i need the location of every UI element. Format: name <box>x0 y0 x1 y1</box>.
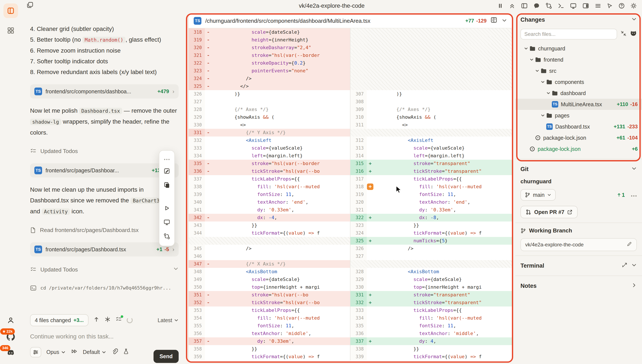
flask-icon[interactable] <box>123 348 129 356</box>
code-text: <AxisBottom <box>374 268 512 276</box>
layers-icon[interactable] <box>27 2 34 10</box>
tree-item-dashboard[interactable]: dashboard <box>515 88 642 99</box>
message-input[interactable] <box>30 333 179 340</box>
composer-controls: Opus Default Send <box>30 346 179 359</box>
inline-code: Math.random() <box>83 37 125 43</box>
pause-icon[interactable] <box>497 3 503 9</box>
diff-left-line: 325- </> <box>189 82 350 90</box>
board-view-button[interactable] <box>4 23 18 38</box>
diff-marker <box>367 206 374 214</box>
edit-pencil-icon[interactable] <box>626 241 632 248</box>
tree-item-pages[interactable]: pages <box>515 110 642 121</box>
file-diff-chip[interactable]: TS frontend/src/pages/Dashboard.tsx +1-5… <box>30 242 179 256</box>
updated-todos-row[interactable]: Updated Todos <box>30 146 179 156</box>
todo-list-icon[interactable] <box>116 316 122 324</box>
tree-item-frontend[interactable]: frontend <box>515 54 642 65</box>
more-options-icon[interactable] <box>631 192 637 198</box>
mascot-icon[interactable] <box>630 30 637 38</box>
git-section-header[interactable]: Git <box>520 164 637 175</box>
chevron-down-icon[interactable] <box>502 17 507 25</box>
tree-item-src[interactable]: src <box>515 65 642 76</box>
tree-item-Dashboard.tsx[interactable]: TSDashboard.tsx+131-233 <box>515 121 642 132</box>
tool-label: Updated Todos <box>40 146 78 156</box>
chat-bubble-icon[interactable] <box>533 2 540 9</box>
tree-item-package-lock.json[interactable]: package-lock.json+61-104 <box>515 132 642 143</box>
search-input[interactable] <box>520 29 617 40</box>
file-diff-chip[interactable]: TS frontend/src/components/dashboa... +4… <box>30 84 179 98</box>
diff-left-line: 352- tickStroke="hsl(var(--bo <box>189 299 350 306</box>
monitor-icon[interactable] <box>570 2 577 9</box>
diff-marker: - <box>205 67 212 75</box>
terminal-section-header[interactable]: Terminal <box>520 260 637 271</box>
settings-sliders-button[interactable] <box>30 347 41 357</box>
code-text: strokeDasharray="2,4" <box>212 44 350 52</box>
add-comment-button[interactable]: + <box>367 184 373 190</box>
menu-icon[interactable] <box>595 2 601 9</box>
attachment-icon[interactable] <box>112 348 118 356</box>
play-icon[interactable] <box>164 205 170 213</box>
code-text: dx: -4, <box>212 214 350 222</box>
diff-marker <box>367 222 374 229</box>
deletions-count: -233 <box>627 124 638 130</box>
mode-dropdown[interactable]: Default <box>83 349 106 355</box>
sparkle-icon[interactable] <box>104 316 111 324</box>
chevron-down-icon[interactable] <box>173 264 179 275</box>
account-button[interactable] <box>7 317 15 326</box>
collapse-tree-icon[interactable] <box>620 30 626 38</box>
line-number: 314 <box>350 152 367 160</box>
diff-view-mode-icon[interactable] <box>490 16 497 25</box>
git-compare-icon[interactable] <box>545 2 552 9</box>
terminal-command-row[interactable]: cd /private/var/folders/10/h7w0q46556ggr… <box>30 283 179 294</box>
files-changed-dropdown[interactable]: 4 files changed +3... <box>30 314 89 326</box>
monitor-icon[interactable] <box>163 219 170 227</box>
tree-item-package-lock.json[interactable]: package-lock.json+6 <box>515 143 642 154</box>
collapse-up-icon[interactable] <box>509 2 515 9</box>
more-options-icon[interactable] <box>164 154 170 162</box>
chevron-right-icon[interactable] <box>631 282 637 289</box>
panel-left-icon[interactable] <box>521 2 528 9</box>
pointer-share-icon[interactable] <box>607 3 613 9</box>
send-button[interactable]: Send <box>154 350 179 363</box>
file-diff-chip[interactable]: TS frontend/src/pages/Dashboar... +130-2… <box>30 163 179 178</box>
expand-icon[interactable] <box>622 262 627 269</box>
updated-todos-row[interactable]: Updated Todos <box>30 264 179 275</box>
chevron-down-icon[interactable] <box>631 262 637 269</box>
help-icon[interactable] <box>618 2 625 9</box>
tree-item-components[interactable]: components <box>515 76 642 88</box>
diff-additions: +77 <box>465 18 474 24</box>
line-number: 345 <box>189 245 205 252</box>
line-number: 310 <box>350 113 367 121</box>
tree-item-MultiLineArea.tsx[interactable]: TSMultiLineArea.tsx+110-16 <box>515 99 642 110</box>
settings-gear-icon[interactable] <box>630 2 637 9</box>
chevron-down-icon[interactable] <box>631 166 637 172</box>
changes-section-header[interactable]: Changes <box>520 14 637 25</box>
tree-item-churnguard[interactable]: churnguard <box>515 43 642 54</box>
branch-dropdown[interactable]: main <box>520 189 556 201</box>
workspace-tab-button[interactable] <box>4 4 18 18</box>
panel-right-icon[interactable] <box>582 2 589 9</box>
notes-section-header[interactable]: Notes <box>520 280 637 292</box>
copy-icon[interactable] <box>163 182 170 190</box>
github-button[interactable]: ★22k <box>7 333 15 342</box>
diff-left-line: 356 textAnchor: 'middle', <box>189 330 350 338</box>
working-branch-field[interactable]: vk/4e2a-explore-the-code <box>520 238 637 251</box>
latest-dropdown[interactable]: Latest <box>158 317 179 324</box>
git-compare-icon[interactable] <box>163 233 170 242</box>
model-dropdown[interactable]: Opus <box>46 349 66 355</box>
scroll-to-top-icon[interactable] <box>93 316 100 324</box>
discord-button[interactable]: 346 <box>7 350 15 358</box>
diff-marker <box>367 345 374 353</box>
diff-file-path: /churnguard/frontend/src/components/dash… <box>205 18 370 24</box>
diff-left-line: 339 fontSize: 11, <box>189 190 350 198</box>
terminal-icon[interactable] <box>558 2 564 9</box>
open-pr-button[interactable]: Open PR #7 <box>520 206 577 218</box>
diff-split-view[interactable]: 318- scale={dateScale}319- height={inner… <box>189 28 512 362</box>
line-number: 347 <box>189 260 205 268</box>
fast-forward-icon[interactable] <box>71 348 78 356</box>
read-file-row[interactable]: Read frontend/src/pages/Dashboard.tsx <box>30 225 179 236</box>
line-number: 353 <box>189 306 205 314</box>
chevron-down-icon[interactable] <box>631 16 637 23</box>
edit-icon[interactable] <box>163 168 170 176</box>
diff-marker <box>205 353 212 360</box>
document-icon <box>30 227 36 233</box>
